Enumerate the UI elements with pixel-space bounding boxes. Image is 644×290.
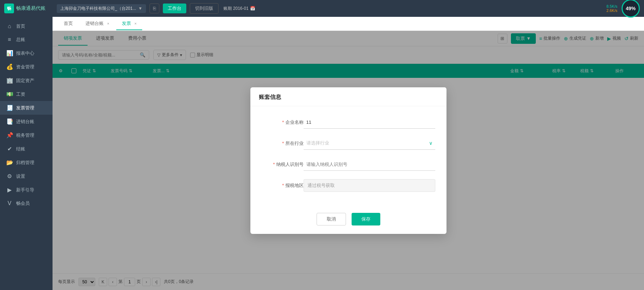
sidebar-label-tax: 税务管理 — [16, 132, 34, 139]
logo-text: 畅康通易代账 — [16, 5, 46, 12]
period-display: 账期 2016-01 📅 — [223, 6, 255, 12]
dialog-body: * 企业名称 * 所在行业 请选择行业 — [250, 106, 446, 207]
ledger-icon: ≡ — [6, 36, 13, 43]
sidebar-item-invoice[interactable]: 🧾 发票管理 — [0, 101, 53, 115]
sidebar-item-funds[interactable]: 💰 资金管理 — [0, 60, 53, 74]
sidebar-label-vip: 畅会员 — [16, 200, 30, 207]
input-tax-id[interactable] — [304, 158, 435, 171]
vip-icon: V — [6, 200, 13, 207]
invoice-page: 销项发票 进项发票 费用小票 ⊞ 取票 ▼ ≡ 批量操作 — [53, 31, 644, 290]
sidebar-label-purchases: 进销台账 — [16, 119, 34, 125]
input-company-name[interactable] — [304, 116, 435, 129]
assets-icon: 🏢 — [6, 77, 13, 84]
sidebar-item-closing[interactable]: ✔ 结账 — [0, 142, 53, 156]
sidebar-item-assets[interactable]: 🏢 固定资产 — [0, 74, 53, 87]
company-dropdown-arrow: ▼ — [138, 6, 143, 11]
reports-icon: 📊 — [6, 50, 13, 56]
company-selector[interactable]: 上海卯金刀电子科技有限公司_（台201... ▼ — [57, 4, 146, 13]
funds-icon: 💰 — [6, 63, 13, 70]
form-row-company: * 企业名称 — [262, 116, 435, 129]
sidebar-label-guide: 新手引导 — [16, 187, 34, 193]
modal-overlay: 账套信息 * 企业名称 * — [53, 31, 644, 290]
sidebar-item-home[interactable]: ⌂ 首页 — [0, 20, 53, 33]
industry-chevron-icon: ∨ — [429, 140, 432, 146]
sidebar: ⌂ 首页 ≡ 总账 📊 报表中心 💰 资金管理 🏢 固定资产 💵 工资 🧾 发票… — [0, 17, 53, 290]
tax-area-disabled: 通过税号获取 — [304, 179, 435, 192]
home-icon: ⌂ — [6, 23, 13, 29]
form-row-industry: * 所在行业 请选择行业 ∨ — [262, 137, 435, 150]
sidebar-label-salary: 工资 — [16, 91, 25, 97]
copy-icon[interactable]: ⎘ — [150, 4, 159, 13]
sidebar-label-ledger: 总账 — [16, 36, 25, 43]
archive-icon: 📂 — [6, 159, 13, 166]
form-row-tax-area: * 报税地区 通过税号获取 — [262, 179, 435, 192]
upload-speed: 8.5K/s — [607, 4, 617, 8]
sidebar-label-archive: 归档管理 — [16, 160, 34, 166]
purchases-icon: 📑 — [6, 118, 13, 125]
salary-icon: 💵 — [6, 91, 13, 97]
invoice-icon: 🧾 — [6, 104, 13, 111]
sidebar-item-reports[interactable]: 📊 报表中心 — [0, 46, 53, 60]
sidebar-label-home: 首页 — [16, 23, 25, 29]
switch-old-button[interactable]: 切到旧版 — [190, 3, 219, 14]
tab-close-purchases[interactable]: × — [107, 21, 109, 26]
guide-icon: ▶ — [6, 187, 13, 193]
select-industry[interactable]: 请选择行业 ∨ — [304, 137, 435, 150]
label-industry: * 所在行业 — [262, 140, 304, 147]
sidebar-label-assets: 固定资产 — [16, 77, 34, 84]
sidebar-item-settings[interactable]: ⚙ 设置 — [0, 169, 53, 183]
form-row-tax-id: * 纳税人识别号 — [262, 158, 435, 171]
period-label: 账期 — [223, 6, 232, 12]
speed-percent: 49% — [626, 6, 636, 11]
account-info-dialog: 账套信息 * 企业名称 * — [250, 87, 446, 234]
settings-icon: ⚙ — [6, 173, 13, 180]
sidebar-item-salary[interactable]: 💵 工资 — [0, 87, 53, 101]
sidebar-item-archive[interactable]: 📂 归档管理 — [0, 156, 53, 169]
dialog-title: 账套信息 — [250, 87, 446, 106]
main-layout: ⌂ 首页 ≡ 总账 📊 报表中心 💰 资金管理 🏢 固定资产 💵 工资 🧾 发票… — [0, 17, 644, 290]
tab-home[interactable]: 首页 — [58, 18, 78, 30]
sidebar-item-tax[interactable]: 📌 税务管理 — [0, 128, 53, 142]
label-tax-area: * 报税地区 — [262, 182, 304, 189]
sidebar-label-closing: 结账 — [16, 146, 25, 152]
sidebar-item-purchases[interactable]: 📑 进销台账 — [0, 115, 53, 128]
download-speed: 2.6K/s — [607, 8, 617, 13]
sidebar-label-funds: 资金管理 — [16, 64, 34, 70]
tab-bar: 首页 进销台账 × 发票 × — [53, 17, 644, 31]
workbench-button[interactable]: 工作台 — [163, 4, 186, 13]
tab-close-invoice[interactable]: × — [134, 21, 137, 26]
topbar-right: 8.5K/s 2.6K/s 49% — [607, 0, 640, 18]
app-logo: 畅 畅康通易代账 — [4, 4, 57, 13]
main-content: 首页 进销台账 × 发票 × 销项发票 进项发票 费用 — [53, 17, 644, 290]
company-name: 上海卯金刀电子科技有限公司_（台201... — [60, 6, 136, 12]
tab-purchases[interactable]: 进销台账 × — [80, 18, 115, 30]
period-value: 2016-01 — [233, 6, 249, 11]
closing-icon: ✔ — [6, 146, 13, 152]
sidebar-label-reports: 报表中心 — [16, 50, 34, 56]
speed-badge: 49% — [622, 0, 640, 18]
label-company: * 企业名称 — [262, 119, 304, 126]
save-button[interactable]: 保存 — [352, 213, 380, 225]
tax-icon: 📌 — [6, 132, 13, 139]
sidebar-item-ledger[interactable]: ≡ 总账 — [0, 33, 53, 46]
sidebar-item-guide[interactable]: ▶ 新手引导 — [0, 183, 53, 197]
label-tax-id: * 纳税人识别号 — [262, 161, 304, 168]
dialog-footer: 取消 保存 — [250, 207, 446, 234]
sidebar-label-invoice: 发票管理 — [16, 105, 34, 111]
logo-icon: 畅 — [4, 4, 14, 13]
topbar: 畅 畅康通易代账 上海卯金刀电子科技有限公司_（台201... ▼ ⎘ 工作台 … — [0, 0, 644, 17]
cancel-button[interactable]: 取消 — [317, 213, 346, 225]
calendar-icon[interactable]: 📅 — [250, 6, 255, 11]
tab-invoice[interactable]: 发票 × — [116, 18, 142, 30]
sidebar-label-settings: 设置 — [16, 173, 25, 180]
sidebar-item-vip[interactable]: V 畅会员 — [0, 197, 53, 210]
